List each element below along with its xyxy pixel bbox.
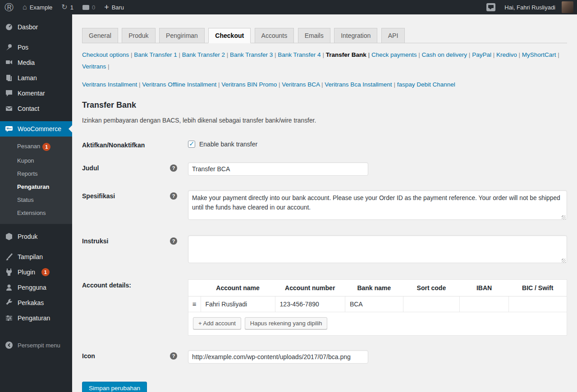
sidebar-item-appearance[interactable]: Tampilan (0, 249, 72, 264)
comments-link[interactable]: 0 (78, 0, 100, 14)
bank-transfer-settings-form: Aktifkan/Nonaktifkan Enable bank transfe… (82, 139, 567, 392)
icon-url-input[interactable] (188, 350, 368, 364)
new-content-link[interactable]: + Baru (100, 0, 128, 14)
link-veritrans-installment[interactable]: Veritrans Installment (82, 81, 142, 88)
bic-swift-cell[interactable] (508, 296, 567, 312)
link-transfer-bank-current: Transfer Bank (326, 51, 371, 58)
link-faspay-debit-channel[interactable]: faspay Debit Channel (397, 81, 455, 88)
enable-checkbox[interactable] (188, 141, 195, 148)
sidebar-item-pages[interactable]: Laman (0, 70, 72, 86)
link-veritrans-bin-promo[interactable]: Veritrans BIN Promo (221, 81, 282, 88)
account-name-cell[interactable]: Fahri Rusliyadi (201, 296, 275, 312)
link-veritrans-bca-installment[interactable]: Veritrans Bca Installment (325, 81, 397, 88)
sidebar-item-dashboard[interactable]: Dasbor (0, 19, 72, 35)
enable-label: Aktifkan/Nonaktifkan (82, 141, 145, 149)
description-textarea[interactable]: Make your payment directly into our bank… (188, 190, 567, 220)
column-bic-swift: BIC / Swift (508, 280, 567, 296)
account-menu[interactable]: Hai, Fahri Rusliyadi (500, 0, 577, 14)
pages-icon (5, 73, 14, 82)
sidebar-item-media[interactable]: Media (0, 55, 72, 70)
link-checkout-options[interactable]: Checkout options (82, 51, 134, 58)
account-number-cell[interactable]: 123-456-7890 (275, 296, 345, 312)
submenu-item-orders[interactable]: Pesanan1 (0, 140, 72, 154)
wrench-icon (5, 298, 14, 307)
drag-handle-icon[interactable]: ≡ (188, 296, 201, 312)
title-help-icon[interactable] (170, 164, 177, 172)
sidebar-item-comments[interactable]: Komentar (0, 86, 72, 101)
submenu-item-settings[interactable]: Pengaturan (0, 180, 72, 193)
link-kredivo[interactable]: Kredivo (496, 51, 522, 58)
tab-api[interactable]: API (381, 28, 405, 43)
instructions-row: Instruksi (82, 235, 567, 265)
description-help-icon[interactable] (170, 192, 177, 200)
media-icon (5, 58, 14, 67)
tab-emails[interactable]: Emails (298, 28, 330, 43)
account-details-panel: Account name Account number Bank name So… (188, 279, 567, 336)
icon-help-icon[interactable] (170, 352, 177, 360)
save-changes-button[interactable]: Simpan perubahan (82, 382, 147, 392)
sidebar-item-plugins[interactable]: Plugin 1 (0, 264, 72, 280)
description-label: Spesifikasi (82, 192, 115, 200)
sidebar: Dasbor Pos Media Laman Komentar Contact … (0, 14, 72, 392)
tab-integration[interactable]: Integration (334, 28, 377, 43)
tab-checkout[interactable]: Checkout (208, 28, 251, 43)
submenu-item-coupons[interactable]: Kupon (0, 154, 72, 167)
resize-handle[interactable] (562, 215, 566, 219)
title-input[interactable] (188, 162, 368, 176)
enable-checkbox-label: Enable bank transfer (199, 141, 257, 148)
updates-count: 1 (70, 4, 73, 11)
sort-code-cell[interactable] (403, 296, 460, 312)
comments-bubble-icon (82, 5, 89, 10)
add-account-button[interactable]: + Add account (193, 317, 241, 329)
link-veritrans[interactable]: Veritrans (82, 63, 110, 70)
plus-icon: + (104, 3, 109, 11)
link-paypal[interactable]: PayPal (472, 51, 496, 58)
column-account-name: Account name (201, 280, 275, 296)
dashboard-icon (5, 23, 14, 32)
tab-general[interactable]: General (82, 28, 118, 43)
sidebar-item-users[interactable]: Pengguna (0, 280, 72, 295)
collapse-menu-button[interactable]: Persempit menu (0, 337, 72, 353)
wordpress-logo-button[interactable]: Ⓡ (0, 0, 18, 14)
tab-products[interactable]: Produk (122, 28, 155, 43)
account-details-label: Account details: (82, 282, 131, 289)
bank-name-cell[interactable]: BCA (345, 296, 403, 312)
link-veritrans-bca[interactable]: Veritrans BCA (282, 81, 325, 88)
link-cash-on-delivery[interactable]: Cash on delivery (422, 51, 472, 58)
sidebar-item-products[interactable]: Produk (0, 229, 72, 244)
submenu-item-reports[interactable]: Reports (0, 167, 72, 180)
link-myshortcart[interactable]: MyShortCart (522, 51, 559, 58)
active-item-arrow (65, 125, 72, 132)
submenu-item-status[interactable]: Status (0, 193, 72, 206)
page-title: Transfer Bank (82, 100, 567, 110)
column-bank-name: Bank name (345, 280, 403, 296)
tab-shipping[interactable]: Pengiriman (159, 28, 205, 43)
plugins-count-badge: 1 (41, 268, 50, 276)
collapse-arrow-icon (5, 341, 14, 350)
submenu-item-extensions[interactable]: Extensions (0, 206, 72, 219)
link-bank-transfer-1[interactable]: Bank Transfer 1 (134, 51, 182, 58)
link-veritrans-offline-installment[interactable]: Veritrans Offline Installment (142, 81, 221, 88)
iban-cell[interactable] (460, 296, 509, 312)
instructions-help-icon[interactable] (170, 237, 177, 245)
sidebar-item-woocommerce[interactable]: Woo WooCommerce (0, 121, 72, 137)
comments-icon (5, 89, 14, 98)
sidebar-item-tools[interactable]: Perkakas (0, 295, 72, 310)
link-bank-transfer-2[interactable]: Bank Transfer 2 (182, 51, 230, 58)
resize-handle[interactable] (562, 259, 566, 263)
link-bank-transfer-4[interactable]: Bank Transfer 4 (278, 51, 325, 58)
sidebar-item-posts[interactable]: Pos (0, 40, 72, 55)
site-name-link[interactable]: ⌂ Example (18, 0, 57, 14)
remove-selected-accounts-button[interactable]: Hapus rekening yang dipilih (245, 317, 328, 329)
sidebar-item-contact[interactable]: Contact (0, 101, 72, 116)
link-check-payments[interactable]: Check payments (371, 51, 422, 58)
instructions-textarea[interactable] (188, 235, 567, 263)
envelope-icon (5, 104, 14, 113)
sidebar-item-settings[interactable]: Pengaturan (0, 310, 72, 326)
link-bank-transfer-3[interactable]: Bank Transfer 3 (230, 51, 278, 58)
updates-link[interactable]: ↻ 1 (57, 0, 78, 14)
instructions-label: Instruksi (82, 237, 108, 245)
screen-notification-button[interactable] (482, 0, 500, 14)
column-iban: IBAN (460, 280, 509, 296)
tab-accounts[interactable]: Accounts (255, 28, 294, 43)
